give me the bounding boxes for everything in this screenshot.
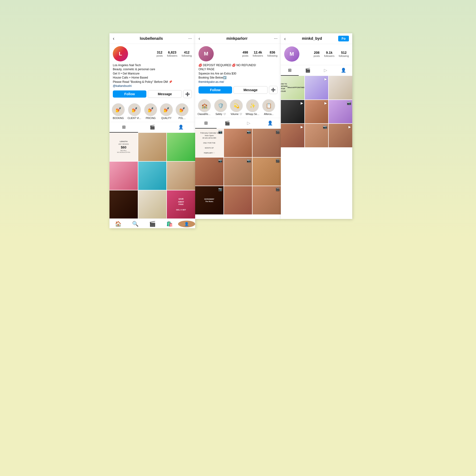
overlay-icon-2-4: 📷 xyxy=(218,159,222,163)
posts-stat-1: 312 posts xyxy=(156,51,163,57)
post-grid-1: LENGTH ANY DESIGN $60 NO FILL NO DESIGN … xyxy=(109,133,195,219)
highlight-classrevi[interactable]: 🏫 Class&Revi... xyxy=(198,99,211,116)
overlay-icon-3-4: ▶ xyxy=(301,101,303,105)
post-cell-3-8[interactable]: 📷 xyxy=(305,124,328,147)
highlights-1: 💅 BOOKING 💅 CLIENT VIEW 💅 PRICING 💅 QUAL… xyxy=(109,102,195,122)
post-cell-2-4[interactable]: 📷 xyxy=(195,157,223,186)
post-cell-2-1[interactable]: February Calendar IsNow Open All sets wi… xyxy=(195,129,223,157)
post-cell-2-5[interactable]: 📷 xyxy=(224,157,252,186)
nav-reels-1[interactable]: 🎬 xyxy=(144,221,161,227)
post-cell-2-6[interactable]: 🎬 xyxy=(253,157,281,186)
bio-1: Los Angeles Nail Tech Beauty, cosmetic &… xyxy=(113,63,192,88)
highlight-afterca[interactable]: 📋 Afterca... xyxy=(262,99,275,116)
post-cell-3-2[interactable]: ▶ xyxy=(305,76,328,100)
tab-reel-3[interactable]: 🎬 xyxy=(299,65,317,76)
profile-row-1: L 312 posts 6,823 followers 412 followin… xyxy=(113,46,192,61)
highlight-circle-volume: 💫 xyxy=(230,99,243,112)
highlight-circle-classrevi: 🏫 xyxy=(198,99,211,112)
highlight-circle-booking: 💅 xyxy=(112,103,125,116)
post-cell-3-7[interactable]: ▶ xyxy=(281,124,305,147)
tab-grid-1[interactable]: ⊞ xyxy=(109,122,138,133)
tab-tagged-3[interactable]: 👤 xyxy=(334,65,352,76)
overlay-icon-3-8: 📷 xyxy=(323,125,327,129)
highlight-circle-clientview: 💅 xyxy=(128,103,141,116)
post-cell-1-2[interactable] xyxy=(138,133,167,161)
post-cell-3-6[interactable]: 📷 xyxy=(329,100,352,123)
tab-grid-3[interactable]: ⊞ xyxy=(281,65,299,76)
post-cell-1-7[interactable] xyxy=(109,190,138,219)
tab-reels-2[interactable]: 🎬 xyxy=(217,118,238,129)
followers-stat-3: 9.1k followers xyxy=(324,51,334,57)
post-cell-1-6[interactable] xyxy=(167,162,195,190)
back-button-2[interactable]: ‹ xyxy=(199,36,200,41)
following-stat-3: 512 following xyxy=(339,51,349,57)
highlight-pol[interactable]: 💅 POL… xyxy=(176,103,188,119)
post-cell-3-9[interactable]: ▶ xyxy=(329,124,352,147)
post-cell-1-5[interactable] xyxy=(138,162,167,190)
post-cell-2-9[interactable]: 🎬 xyxy=(253,186,281,214)
back-button-1[interactable]: ‹ xyxy=(113,36,115,41)
more-button-2[interactable]: ··· xyxy=(274,36,277,41)
action-buttons-1: Follow Message ➕ xyxy=(113,90,192,98)
message-button-2[interactable]: Message xyxy=(234,86,268,94)
post-cell-3-4[interactable]: ▶ xyxy=(281,100,305,123)
add-user-button-1[interactable]: ➕ xyxy=(183,90,192,98)
tab-grid-2[interactable]: ⊞ xyxy=(195,118,217,129)
highlight-safety[interactable]: 🛡️ Safety 🤍 xyxy=(214,99,227,116)
username-3: minkd_byd xyxy=(286,36,338,41)
avatar-2: M xyxy=(199,46,214,61)
message-button-1[interactable]: Message xyxy=(148,90,182,98)
add-user-button-2[interactable]: ➕ xyxy=(269,86,277,94)
post-cell-1-4[interactable] xyxy=(109,162,138,190)
post-cell-2-7[interactable]: GIVEAWAYThe Rules 📷 xyxy=(195,186,223,214)
highlight-circle-quality: 💅 xyxy=(160,103,173,116)
tab-reels-1[interactable]: 🎬 xyxy=(138,122,167,133)
post-cell-1-3[interactable] xyxy=(167,133,195,161)
highlight-booking[interactable]: 💅 BOOKING xyxy=(112,103,125,119)
post-cell-1-1[interactable]: LENGTH ANY DESIGN $60 NO FILL NO DESIGN … xyxy=(109,133,138,161)
stats-1: 312 posts 6,823 followers 412 following xyxy=(131,51,192,57)
nav-home-1[interactable]: 🏠 xyxy=(109,221,127,227)
post-cell-1-8[interactable] xyxy=(138,190,167,219)
highlight-circle-whispy: ✨ xyxy=(246,99,259,112)
panel-minkdbyd: ‹ minkd_byd Fo M 208 posts 9.1k follower… xyxy=(281,33,352,219)
nav-shop-1[interactable]: 🛍️ xyxy=(161,221,178,227)
highlight-label-classrevi: Class&Revi... xyxy=(198,113,211,116)
tab-play-2[interactable]: ▷ xyxy=(238,118,259,129)
nav-profile-1[interactable]: 👤 xyxy=(178,221,195,227)
highlight-quality[interactable]: 💅 QUALITY xyxy=(160,103,173,119)
post-cell-2-3[interactable]: 🎬 xyxy=(253,129,281,157)
follow-button-1[interactable]: Follow xyxy=(113,90,146,98)
post-cell-3-1[interactable]: HOW TO PREPARE FOR YOUR Blash APPOINTMEN… xyxy=(281,76,305,100)
tab-tagged-2[interactable]: 👤 xyxy=(259,118,281,129)
bio-2: 💋 DEPOSIT REQUIRED 💋 NO REFUNDS! ONLY PA… xyxy=(199,63,277,84)
post-cell-2-8[interactable] xyxy=(224,186,252,214)
profile-info-2: M 498 posts 12.4k followers 836 followin… xyxy=(195,44,281,98)
nav-search-1[interactable]: 🔍 xyxy=(127,221,144,227)
avatar-1: L xyxy=(113,46,128,61)
profile-row-2: M 498 posts 12.4k followers 836 followin… xyxy=(199,46,277,61)
tab-tagged-1[interactable]: 👤 xyxy=(167,122,195,133)
username-1: loubellenails xyxy=(115,36,188,41)
header-minkparlorr: ‹ minkparlorr ··· xyxy=(195,33,281,44)
back-button-3[interactable]: ‹ xyxy=(284,36,286,41)
highlight-whispy[interactable]: ✨ Whispy Set... xyxy=(246,99,259,116)
highlight-clientview[interactable]: 💅 CLIENT VIEW xyxy=(128,103,141,119)
profile-row-3: M 208 posts 9.1k followers 512 following xyxy=(284,46,349,62)
post-cell-3-5[interactable]: ▶ xyxy=(305,100,328,123)
add-user-icon-1: ➕ xyxy=(185,92,190,96)
follow-button-3[interactable]: Fo xyxy=(338,36,349,41)
more-button-1[interactable]: ··· xyxy=(188,36,192,41)
highlight-circle-afterca: 📋 xyxy=(262,99,275,112)
avatar-3: M xyxy=(284,46,299,62)
tab-play-3[interactable]: ▷ xyxy=(317,65,334,76)
post-cell-1-9[interactable]: GIVEAWAYFREEGEL X SET xyxy=(167,190,195,219)
panel-minkparlorr: ‹ minkparlorr ··· M 498 posts 12.4k foll… xyxy=(195,33,281,219)
post-cell-2-2[interactable]: 📷 xyxy=(224,129,252,157)
post-cell-3-3[interactable] xyxy=(329,76,352,100)
overlay-icon-3-5: ▶ xyxy=(324,101,327,105)
highlight-circle-pricing: 💅 xyxy=(144,103,157,116)
highlight-volume[interactable]: 💫 Volume 🤍 xyxy=(230,99,243,116)
highlight-pricing[interactable]: 💅 PRICING xyxy=(144,103,157,119)
follow-button-2[interactable]: Follow xyxy=(199,86,232,94)
